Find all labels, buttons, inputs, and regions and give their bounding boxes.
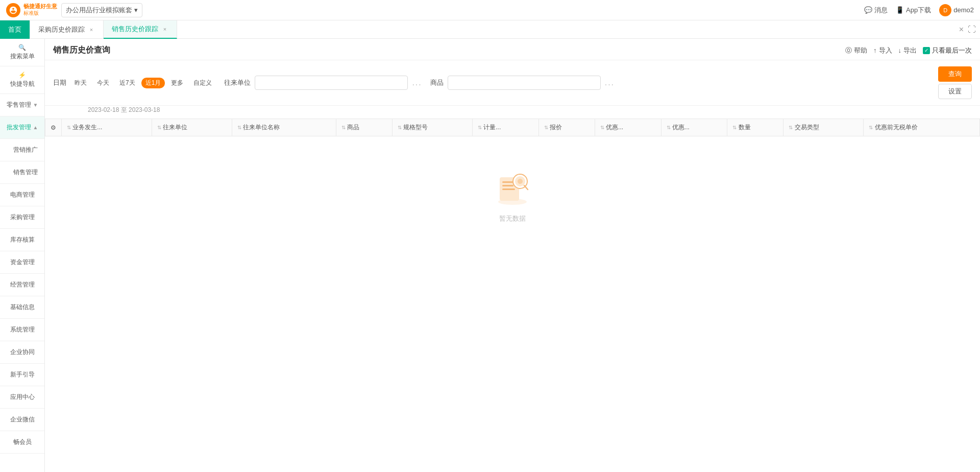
sidebar-system-label: 系统管理 [10, 325, 35, 334]
date-range-display: 2023-02-18 至 2023-03-18 [45, 106, 980, 119]
user-avatar[interactable]: D demo2 [939, 4, 974, 16]
retail-arrow-icon: ▼ [33, 102, 38, 108]
tab-sales-close-icon[interactable]: × [161, 26, 168, 33]
product-input[interactable] [448, 76, 601, 90]
tab-purchase-history[interactable]: 采购历史价跟踪 × [30, 20, 104, 39]
help-btn[interactable]: ⓪ 帮助 [845, 46, 867, 55]
th-unit[interactable]: ⇅ 计量... [472, 119, 538, 136]
sidebar-item-quick-nav[interactable]: ⚡ 快捷导航 [0, 66, 44, 94]
sidebar-item-wechat[interactable]: 企业微信 [0, 409, 44, 431]
tab-close-all-icon[interactable]: × [959, 25, 964, 34]
th-qty[interactable]: ⇅ 数量 [727, 119, 783, 136]
sidebar-item-basic-info[interactable]: 基础信息 [0, 296, 44, 319]
sidebar-item-operation[interactable]: 经营管理 [0, 274, 44, 296]
sidebar-wechat-label: 企业微信 [10, 415, 35, 424]
th-sort-icon-qty: ⇅ [732, 125, 737, 130]
th-sort-icon-unit-name: ⇅ [237, 125, 241, 130]
date-option-more[interactable]: 更多 [167, 78, 187, 88]
sidebar-guide-label: 新手引导 [10, 370, 35, 379]
product-dots[interactable]: ... [605, 78, 615, 87]
date-option-yesterday[interactable]: 昨天 [70, 78, 91, 88]
date-option-last7[interactable]: 近7天 [115, 78, 139, 88]
sidebar: 🔍 搜索菜单 ⚡ 快捷导航 零售管理 ▼ 批发管理 ▲ 营销推广 销售管理 电商… [0, 39, 45, 472]
th-discount2[interactable]: ⇅ 优惠... [661, 119, 727, 136]
sidebar-enterprise-label: 企业协同 [10, 348, 35, 357]
th-sort-icon-discount1: ⇅ [600, 125, 604, 130]
sidebar-item-search[interactable]: 🔍 搜索菜单 [0, 39, 44, 66]
th-price-label: 报价 [550, 124, 562, 131]
th-discount2-label: 优惠... [672, 124, 690, 131]
th-spec[interactable]: ⇅ 规格型号 [392, 119, 472, 136]
th-gear[interactable]: ⚙ [45, 119, 62, 136]
sidebar-wholesale-label: 批发管理 [7, 123, 31, 132]
tab-home-label: 首页 [8, 25, 21, 34]
logo-icon [6, 3, 20, 17]
empty-illustration [492, 167, 533, 208]
tab-purchase-close-icon[interactable]: × [88, 26, 95, 33]
logo-text-group: 畅捷通好生意 标准版 [23, 3, 57, 17]
th-price[interactable]: ⇅ 报价 [538, 119, 595, 136]
sidebar-marketing-label: 营销推广 [13, 146, 38, 154]
logo-sub-text: 标准版 [23, 10, 57, 17]
table-head: ⚙ ⇅ 业务发生... ⇅ 往来单位 ⇅ [45, 119, 980, 136]
content-area: 销售历史价查询 ⓪ 帮助 ↑ 导入 ↓ 导出 [45, 39, 980, 472]
settings-button[interactable]: 设置 [938, 84, 972, 99]
date-option-today[interactable]: 今天 [93, 78, 113, 88]
th-pre-tax-price[interactable]: ⇅ 优惠前无税单价 [864, 119, 980, 136]
th-sort-icon-unit-code: ⇅ [157, 125, 161, 130]
page-title: 销售历史价查询 [53, 45, 110, 56]
sidebar-item-apps[interactable]: 应用中心 [0, 386, 44, 409]
th-unit-code[interactable]: ⇅ 往来单位 [152, 119, 232, 136]
query-button[interactable]: 查询 [938, 66, 972, 82]
app-download-btn[interactable]: 📱 App下载 [896, 6, 931, 15]
from-unit-input[interactable] [255, 76, 408, 90]
sidebar-item-member[interactable]: 畅会员 [0, 431, 44, 454]
sidebar-item-sales-mgmt[interactable]: 销售管理 [0, 161, 44, 184]
sidebar-item-retail[interactable]: 零售管理 ▼ [0, 94, 44, 116]
sidebar-item-guide[interactable]: 新手引导 [0, 364, 44, 386]
tab-home[interactable]: 首页 [0, 20, 30, 39]
sidebar-item-purchase[interactable]: 采购管理 [0, 206, 44, 229]
action-buttons: 查询 设置 [938, 66, 972, 99]
import-label: 导入 [879, 46, 892, 55]
sidebar-item-system[interactable]: 系统管理 [0, 319, 44, 341]
date-range-text: 2023-02-18 至 2023-03-18 [88, 106, 160, 113]
date-option-last1m[interactable]: 近1月 [141, 78, 165, 88]
th-discount1[interactable]: ⇅ 优惠... [595, 119, 661, 136]
sidebar-item-finance[interactable]: 资金管理 [0, 251, 44, 274]
th-biz-date-label: 业务发生... [72, 124, 102, 131]
from-unit-dots[interactable]: ... [412, 78, 422, 87]
th-sort-icon-trade-type: ⇅ [789, 125, 793, 130]
sidebar-item-wholesale[interactable]: 批发管理 ▲ [0, 116, 44, 139]
sidebar-item-inventory[interactable]: 库存核算 [0, 229, 44, 251]
app-icon: 📱 [896, 6, 904, 14]
export-btn[interactable]: ↓ 导出 [898, 46, 917, 55]
sidebar-item-enterprise[interactable]: 企业协同 [0, 341, 44, 364]
only-last-checkbox[interactable]: 只看最后一次 [923, 46, 972, 55]
help-label: 帮助 [854, 46, 867, 55]
th-product-label: 商品 [347, 124, 359, 131]
sidebar-finance-label: 资金管理 [10, 258, 35, 267]
th-unit-name[interactable]: ⇅ 往来单位名称 [232, 119, 336, 136]
th-trade-type[interactable]: ⇅ 交易类型 [783, 119, 864, 136]
logo-main-text: 畅捷通好生意 [23, 3, 57, 10]
date-option-custom[interactable]: 自定义 [189, 78, 216, 88]
only-last-check-icon[interactable] [923, 47, 930, 54]
tab-purchase-label: 采购历史价跟踪 [38, 25, 85, 34]
th-unit-code-label: 往来单位 [163, 124, 187, 131]
tab-sales-history[interactable]: 销售历史价跟踪 × [104, 20, 177, 39]
account-selector[interactable]: 办公用品行业模拟账套 ▾ [61, 3, 142, 17]
th-unit-name-label: 往来单位名称 [243, 124, 280, 131]
sidebar-member-label: 畅会员 [13, 438, 32, 446]
import-btn[interactable]: ↑ 导入 [873, 46, 892, 55]
message-label: 消息 [874, 6, 888, 15]
help-icon: ⓪ [845, 46, 852, 55]
sidebar-quick-nav-label: 快捷导航 [10, 80, 35, 88]
message-btn[interactable]: 💬 消息 [864, 6, 888, 15]
sidebar-item-ecommerce[interactable]: 电商管理 [0, 184, 44, 206]
page-header: 销售历史价查询 ⓪ 帮助 ↑ 导入 ↓ 导出 [45, 39, 980, 60]
th-biz-date[interactable]: ⇅ 业务发生... [62, 119, 152, 136]
tab-maximize-icon[interactable]: ⛶ [968, 25, 976, 34]
sidebar-item-marketing[interactable]: 营销推广 [0, 139, 44, 161]
th-product[interactable]: ⇅ 商品 [336, 119, 392, 136]
